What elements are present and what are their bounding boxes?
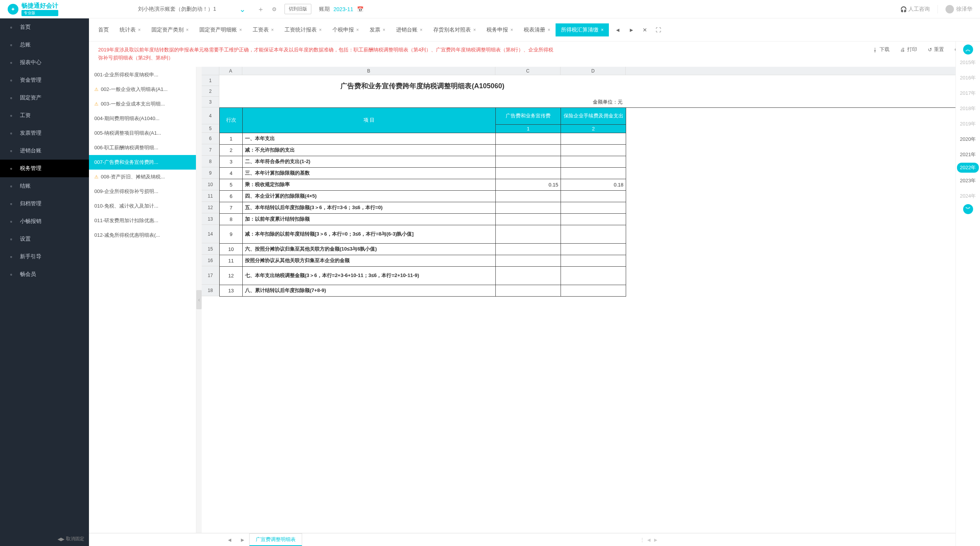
cell-value[interactable]	[496, 244, 561, 255]
col-header[interactable]: C	[495, 67, 561, 75]
tab[interactable]: 个税申报×	[327, 23, 364, 36]
tab[interactable]: 税表清册×	[518, 23, 556, 36]
sidebar-item-ledger[interactable]: ▫总账	[0, 36, 89, 54]
calendar-icon[interactable]: 📅	[357, 6, 363, 12]
year-up-icon[interactable]: ︽	[963, 45, 973, 54]
year-item[interactable]: 2015年	[958, 55, 978, 70]
sidebar-item-asset[interactable]: ▫固定资产	[0, 89, 89, 107]
list-item[interactable]: ⚠003-一般企业成本支出明细...	[89, 97, 196, 111]
sidebar-item-report[interactable]: ▫报表中心	[0, 54, 89, 71]
list-item[interactable]: ⚠002-一般企业收入明细表(A1...	[89, 82, 196, 97]
cell-value[interactable]	[561, 225, 626, 244]
tab-scroll-left-icon[interactable]: ◄	[613, 25, 623, 35]
list-item[interactable]: 011-研发费用加计扣除优惠...	[89, 213, 196, 228]
splitter[interactable]: ‹	[196, 67, 202, 533]
cell-value[interactable]	[561, 255, 626, 267]
tab[interactable]: 进销台账×	[391, 23, 428, 36]
year-item[interactable]: 2017年	[958, 86, 978, 101]
tab[interactable]: 工资统计报表×	[279, 23, 327, 36]
sidebar-item-invoice[interactable]: ▫发票管理	[0, 124, 89, 142]
row-header[interactable]: 1	[202, 75, 219, 86]
list-item[interactable]: ⚠008-资产折旧、摊销及纳税...	[89, 170, 196, 184]
close-icon[interactable]: ×	[319, 27, 322, 33]
list-item[interactable]: 007-广告费和业务宣传费跨...	[89, 155, 196, 170]
row-header[interactable]: 10	[202, 179, 219, 190]
close-icon[interactable]: ×	[186, 27, 189, 33]
close-icon[interactable]: ×	[473, 27, 476, 33]
row-header[interactable]: 9	[202, 167, 219, 179]
cell-value[interactable]	[496, 133, 561, 145]
tab[interactable]: 税务申报×	[481, 23, 518, 36]
sheet-tab[interactable]: 广宣费调整明细表	[249, 533, 302, 546]
tab[interactable]: 固定资产类别×	[146, 23, 194, 36]
row-header[interactable]: 15	[202, 243, 219, 255]
support-link[interactable]: 🎧 人工咨询	[900, 6, 930, 13]
sidebar-pin-toggle[interactable]: ◀▶取消固定	[58, 536, 84, 542]
tab[interactable]: 发票×	[364, 23, 391, 36]
close-icon[interactable]: ×	[548, 27, 550, 33]
fullscreen-icon[interactable]: ⛶	[653, 25, 663, 35]
cell-value[interactable]	[496, 191, 561, 202]
collapse-left-icon[interactable]: ‹	[196, 290, 202, 309]
year-item[interactable]: 2022年	[957, 163, 979, 173]
row-header[interactable]: 11	[202, 190, 219, 202]
account-selector[interactable]: 刘小艳演示账套（勿删勿动！）1 ⌄	[138, 5, 246, 14]
sidebar-item-salary[interactable]: ▫工资	[0, 107, 89, 124]
list-item[interactable]: 010-免税、减计收入及加计...	[89, 199, 196, 213]
tab[interactable]: 统计表×	[114, 23, 146, 36]
row-header[interactable]: 8	[202, 156, 219, 167]
cell-value[interactable]	[496, 214, 561, 225]
list-item[interactable]: 005-纳税调整项目明细表(A1...	[89, 126, 196, 140]
sidebar-item-stock[interactable]: ▫进销台账	[0, 142, 89, 160]
cell-value[interactable]	[561, 267, 626, 285]
close-icon[interactable]: ×	[239, 27, 242, 33]
add-icon[interactable]: ＋	[257, 5, 264, 14]
row-header[interactable]: 16	[202, 255, 219, 266]
year-item[interactable]: 2023年	[958, 173, 978, 188]
download-button[interactable]: ⭳下载	[873, 46, 890, 53]
year-item[interactable]: 2020年	[958, 132, 978, 147]
list-item[interactable]: 012-减免所得税优惠明细表(...	[89, 228, 196, 242]
row-header[interactable]: 18	[202, 285, 219, 296]
list-item[interactable]: 006-职工薪酬纳税调整明细...	[89, 140, 196, 155]
col-header[interactable]: D	[561, 67, 626, 75]
row-header[interactable]: 17	[202, 266, 219, 285]
cell-value[interactable]	[561, 145, 626, 156]
close-all-icon[interactable]: ✕	[640, 25, 649, 35]
list-item[interactable]: 004-期间费用明细表(A1040...	[89, 111, 196, 126]
reset-button[interactable]: ↺重置	[928, 46, 944, 53]
close-icon[interactable]: ×	[383, 27, 385, 33]
cell-value[interactable]	[496, 168, 561, 179]
sidebar-item-guide[interactable]: ▫新手引导	[0, 248, 89, 266]
col-header[interactable]: A	[219, 67, 242, 75]
close-icon[interactable]: ×	[138, 27, 141, 33]
cell-value[interactable]: 0.18	[561, 179, 626, 191]
tab-next-icon[interactable]: ►	[236, 537, 249, 543]
year-item[interactable]: 2021年	[958, 147, 978, 162]
print-button[interactable]: 🖨打印	[900, 46, 917, 53]
tab[interactable]: 所得税汇算清缴×	[556, 23, 609, 36]
row-header[interactable]: 14	[202, 225, 219, 243]
switch-old-button[interactable]: 切到旧版	[284, 4, 311, 14]
tab-prev-icon[interactable]: ◄	[223, 537, 236, 543]
row-header[interactable]: 2	[202, 86, 219, 97]
cell-value[interactable]	[561, 156, 626, 168]
tab[interactable]: 存货别名对照表×	[428, 23, 481, 36]
tab[interactable]: 首页	[93, 23, 114, 36]
cell-value[interactable]	[496, 285, 561, 297]
cell-value[interactable]	[496, 255, 561, 267]
row-header[interactable]: 6	[202, 133, 219, 144]
sidebar-item-tax[interactable]: ▫税务管理	[0, 160, 89, 177]
cell-value[interactable]	[561, 285, 626, 297]
cell-value[interactable]	[561, 214, 626, 225]
sidebar-item-archive[interactable]: ▫归档管理	[0, 195, 89, 213]
year-item[interactable]: 2019年	[958, 117, 978, 131]
row-header[interactable]: 3	[202, 97, 219, 107]
cell-value[interactable]	[496, 145, 561, 156]
tab-scroll-right-icon[interactable]: ►	[626, 25, 636, 35]
user-menu[interactable]: 徐泽华	[937, 5, 972, 13]
cell-value[interactable]	[496, 156, 561, 168]
sidebar-item-home[interactable]: ▫首页	[0, 18, 89, 36]
gear-icon[interactable]: ⚙	[272, 6, 277, 12]
row-header[interactable]: 7	[202, 144, 219, 156]
